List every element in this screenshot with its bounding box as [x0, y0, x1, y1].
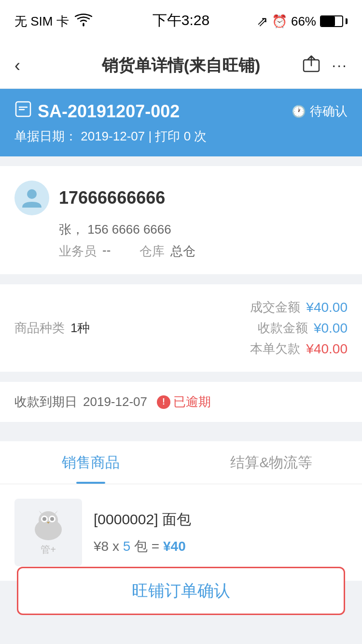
- price-eq: =: [152, 539, 163, 554]
- nav-actions: ···: [303, 55, 348, 76]
- alarm-icon: ⏰: [272, 14, 287, 29]
- status-right: ⇗ ⏰ 66%: [257, 14, 348, 29]
- customer-section: 17666666666 张， 156 6666 6666 业务员 -- 仓库 总…: [0, 166, 362, 274]
- customer-phone: 17666666666: [59, 188, 165, 208]
- svg-point-7: [42, 517, 46, 521]
- battery-icon: [320, 15, 348, 27]
- tab-sales-products[interactable]: 销售商品: [0, 441, 181, 484]
- product-price-row: ¥8 x 5 包 = ¥40: [94, 537, 348, 556]
- owed-amount-value: ¥40.00: [306, 341, 348, 357]
- sales-label: 业务员: [59, 243, 97, 260]
- thumb-inner: 管+: [29, 509, 68, 556]
- location-icon: ⇗: [257, 14, 268, 29]
- thumb-logo-text: 管+: [41, 543, 56, 556]
- confirm-button-wrap: 旺铺订单确认: [17, 567, 345, 615]
- deal-amount-value: ¥40.00: [306, 300, 348, 315]
- section-spacer: [0, 422, 362, 432]
- summary-section: 商品种类 1种 成交金额 ¥40.00 收款金额 ¥0.00 本单欠款 ¥40.…: [0, 284, 362, 372]
- svg-point-8: [50, 517, 54, 521]
- share-button[interactable]: [303, 55, 320, 76]
- status-time: 下午3:28: [153, 11, 209, 30]
- warehouse-meta: 仓库 总仓: [139, 243, 195, 260]
- summary-row: 商品种类 1种 成交金额 ¥40.00 收款金额 ¥0.00 本单欠款 ¥40.…: [14, 299, 348, 357]
- order-date-row: 单据日期： 2019-12-07 | 打印 0 次: [14, 128, 348, 145]
- status-left: 无 SIM 卡: [14, 13, 92, 30]
- product-list: 管+ [0000002] 面包 ¥8 x 5 包 = ¥40: [0, 484, 362, 581]
- due-date-section: 收款到期日 2019-12-07 ! 已逾期: [0, 382, 362, 422]
- product-type-label: 商品种类: [14, 320, 65, 336]
- sales-value: --: [102, 243, 111, 260]
- tab-sales-label: 销售商品: [62, 453, 120, 473]
- product-type-value: 1种: [70, 320, 90, 336]
- owed-amount-label: 本单欠款: [250, 340, 300, 357]
- order-id: SA-20191207-002: [14, 100, 180, 122]
- divider-1: [0, 274, 362, 275]
- customer-name-phone: 张， 156 6666 6666: [59, 221, 348, 238]
- order-id-icon: [14, 100, 32, 122]
- confirm-order-button[interactable]: 旺铺订单确认: [17, 567, 345, 615]
- tab-settlement-label: 结算&物流等: [230, 453, 312, 473]
- avatar: [14, 181, 49, 215]
- owed-amount-row: 本单欠款 ¥40.00: [250, 340, 348, 357]
- tab-settlement[interactable]: 结算&物流等: [181, 441, 362, 484]
- overdue-warning-icon: !: [157, 395, 170, 409]
- overdue-text: 已逾期: [173, 393, 211, 410]
- product-price: ¥8: [94, 539, 109, 554]
- order-status: 🕐 待确认: [292, 103, 348, 120]
- product-type-group: 商品种类 1种: [14, 320, 90, 336]
- status-bar: 无 SIM 卡 下午3:28 ⇗ ⏰ 66%: [0, 0, 362, 42]
- product-qty: 5: [123, 539, 131, 554]
- carrier-text: 无 SIM 卡: [14, 13, 69, 30]
- tabs-header: 销售商品 结算&物流等: [0, 441, 362, 484]
- product-thumbnail: 管+: [14, 499, 82, 566]
- sales-meta: 业务员 --: [59, 243, 111, 260]
- overdue-badge: ! 已逾期: [157, 393, 211, 410]
- warehouse-label: 仓库: [139, 243, 165, 260]
- nav-bar: ‹ 销货单详情(来自旺铺) ···: [0, 42, 362, 89]
- product-total: ¥40: [163, 539, 186, 554]
- order-id-text: SA-20191207-002: [38, 101, 180, 122]
- svg-point-2: [27, 189, 37, 199]
- payment-amount-value: ¥0.00: [314, 321, 348, 336]
- price-x: x: [112, 539, 123, 554]
- payment-amount-row: 收款金额 ¥0.00: [258, 320, 348, 336]
- product-info: [0000002] 面包 ¥8 x 5 包 = ¥40: [94, 499, 348, 566]
- customer-main-row: 17666666666: [14, 181, 348, 215]
- due-date-label: 收款到期日: [14, 393, 77, 410]
- payment-amount-label: 收款金额: [258, 320, 308, 336]
- back-button[interactable]: ‹: [14, 56, 43, 76]
- tabs-section: 销售商品 结算&物流等: [0, 441, 362, 581]
- product-unit: 包: [134, 539, 148, 554]
- due-date-value: 2019-12-07: [83, 394, 147, 409]
- amounts-group: 成交金额 ¥40.00 收款金额 ¥0.00 本单欠款 ¥40.00: [250, 299, 348, 357]
- deal-amount-row: 成交金额 ¥40.00: [250, 299, 348, 316]
- status-clock-icon: 🕐: [292, 105, 306, 118]
- order-status-text: 待确认: [310, 103, 348, 120]
- warehouse-value: 总仓: [170, 243, 195, 260]
- page-title: 销货单详情(来自旺铺): [102, 55, 261, 77]
- divider-2: [0, 372, 362, 372]
- wifi-icon: [75, 13, 92, 30]
- product-item: 管+ [0000002] 面包 ¥8 x 5 包 = ¥40: [14, 499, 348, 566]
- customer-meta: 业务员 -- 仓库 总仓: [59, 243, 348, 260]
- order-header: SA-20191207-002 🕐 待确认 单据日期： 2019-12-07 |…: [0, 89, 362, 156]
- product-name: [0000002] 面包: [94, 510, 348, 530]
- deal-amount-label: 成交金额: [250, 299, 300, 316]
- more-button[interactable]: ···: [332, 56, 348, 74]
- battery-percent: 66%: [291, 14, 316, 29]
- confirm-order-label: 旺铺订单确认: [132, 580, 230, 602]
